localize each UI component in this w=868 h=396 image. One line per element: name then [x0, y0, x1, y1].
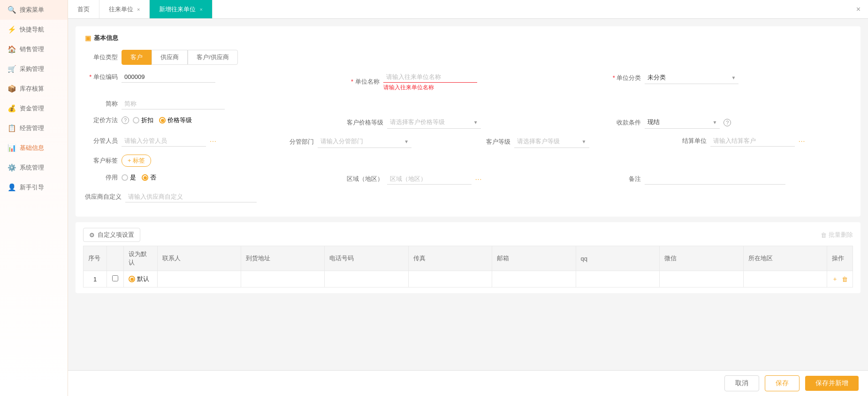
add-row-icon[interactable]: ＋	[832, 275, 838, 283]
purchase-icon: 🛒	[8, 65, 16, 73]
customer-price-level-placeholder: 请选择客户价格等级	[390, 118, 445, 126]
supplier-custom-row: 供应商自定义	[85, 191, 851, 202]
region-table-input[interactable]	[748, 276, 822, 283]
cell-contact[interactable]	[157, 271, 241, 287]
sidebar-item-sales[interactable]: 🏠 销售管理	[0, 39, 68, 59]
custom-settings-button[interactable]: ⚙ 自定义项设置	[83, 228, 140, 242]
cell-phone[interactable]	[325, 271, 408, 287]
radio-no-circle	[142, 174, 148, 181]
sidebar-item-finance[interactable]: 💰 资金管理	[0, 99, 68, 118]
unit-category-arrow: ▼	[731, 75, 736, 80]
cell-wechat[interactable]	[660, 271, 743, 287]
tag-add-button[interactable]: + 标签	[122, 155, 151, 167]
supplier-custom-input[interactable]	[125, 191, 257, 202]
manager-input[interactable]	[122, 135, 206, 147]
supplier-custom-group: 供应商自定义	[85, 191, 851, 202]
col-qq: qq	[576, 246, 660, 271]
basic-info-card: ▣ 基本信息 单位类型 客户 供应商 客户/供应商 单位编码	[76, 26, 860, 217]
tab-new-contact-close[interactable]: ×	[199, 7, 202, 12]
unit-code-input[interactable]	[122, 71, 215, 83]
window-close-button[interactable]: ×	[849, 0, 868, 18]
cell-checkbox	[107, 271, 124, 287]
col-contact: 联系人	[157, 246, 241, 271]
settlement-unit-input[interactable]	[710, 135, 795, 147]
remark-input[interactable]	[645, 173, 785, 185]
pricing-help-icon[interactable]: ?	[122, 116, 129, 124]
customer-tag-group: 客户标签 + 标签	[85, 155, 851, 167]
cancel-button[interactable]: 取消	[724, 375, 759, 391]
unit-type-both[interactable]: 客户/供应商	[188, 50, 238, 65]
unit-type-customer[interactable]: 客户	[122, 50, 152, 65]
save-add-button[interactable]: 保存并新增	[805, 376, 859, 391]
manager-dots[interactable]: ···	[210, 137, 217, 145]
contact-table: 序号 设为默认 联系人 到货地址 电话号码 传真 邮箱 qq 微信 所在地区 操…	[83, 246, 853, 287]
sidebar-label-inventory: 库存核算	[20, 85, 44, 93]
table-head: 序号 设为默认 联系人 到货地址 电话号码 传真 邮箱 qq 微信 所在地区 操…	[84, 246, 853, 271]
tab-new-contact[interactable]: 新增往来单位 ×	[150, 0, 212, 18]
radio-no[interactable]: 否	[142, 173, 156, 182]
pricing-method-group: 定价方法 ? 折扣 价格等级	[85, 116, 328, 124]
settlement-unit-group: 结算单位 ···	[674, 135, 851, 147]
department-select[interactable]: 请输入分管部门 ▼	[318, 135, 411, 148]
qq-input[interactable]	[581, 276, 655, 283]
radio-discount[interactable]: 折扣	[133, 116, 153, 124]
region-dots[interactable]: ···	[475, 175, 482, 183]
email-input[interactable]	[497, 276, 571, 283]
cell-address[interactable]	[241, 271, 324, 287]
cell-qq[interactable]	[576, 271, 660, 287]
col-region: 所在地区	[743, 246, 827, 271]
tab-home[interactable]: 首页	[68, 0, 99, 18]
fax-input[interactable]	[413, 276, 487, 283]
unit-category-select[interactable]: 未分类 ▼	[645, 71, 739, 84]
phone-input[interactable]	[329, 276, 403, 283]
delete-row-icon[interactable]: 🗑	[842, 276, 848, 283]
col-wechat: 微信	[660, 246, 743, 271]
customer-level-arrow: ▼	[582, 139, 586, 144]
manager-label: 分管人员	[85, 137, 118, 145]
address-input[interactable]	[246, 276, 320, 283]
cell-email[interactable]	[492, 271, 576, 287]
sidebar-item-quick-nav[interactable]: ⚡ 快捷导航	[0, 20, 68, 39]
customer-price-level-select[interactable]: 请选择客户价格等级 ▼	[387, 116, 481, 129]
sidebar-label-search: 搜索菜单	[20, 6, 44, 14]
payment-help-icon[interactable]: ?	[723, 119, 731, 126]
short-name-input[interactable]	[122, 98, 225, 109]
tab-contacts-close[interactable]: ×	[137, 7, 140, 12]
sidebar-label-finance: 资金管理	[20, 104, 44, 113]
unit-name-input[interactable]	[383, 71, 477, 83]
radio-default[interactable]: 默认	[129, 275, 149, 283]
batch-delete-button[interactable]: 🗑 批量删除	[821, 231, 853, 239]
sidebar-item-purchase[interactable]: 🛒 采购管理	[0, 59, 68, 79]
short-name-label: 简称	[85, 100, 118, 108]
unit-type-supplier[interactable]: 供应商	[152, 50, 188, 65]
sidebar-item-basic-info[interactable]: 📊 基础信息	[0, 138, 68, 158]
customer-level-select[interactable]: 请选择客户等级 ▼	[514, 135, 589, 148]
sidebar-item-search[interactable]: 🔍 搜索菜单	[0, 0, 68, 20]
sidebar-item-guide[interactable]: 👤 新手引导	[0, 178, 68, 197]
unit-name-error-msg: 请输入往来单位名称	[383, 84, 477, 92]
tab-contacts[interactable]: 往来单位 ×	[99, 0, 150, 18]
row-checkbox[interactable]	[112, 275, 118, 281]
content-area: ▣ 基本信息 单位类型 客户 供应商 客户/供应商 单位编码	[68, 19, 868, 370]
pricing-method-label: 定价方法	[85, 116, 118, 124]
department-group: 分管部门 请输入分管部门 ▼	[281, 135, 458, 148]
save-button[interactable]: 保存	[765, 375, 799, 391]
settlement-dots[interactable]: ···	[799, 137, 806, 145]
sidebar-item-inventory[interactable]: 📦 库存核算	[0, 79, 68, 99]
radio-price-level[interactable]: 价格等级	[159, 116, 192, 124]
sidebar-item-operations[interactable]: 📋 经营管理	[0, 118, 68, 138]
cell-region[interactable]	[743, 271, 827, 287]
region-group: 区域（地区） ···	[347, 173, 590, 185]
search-icon: 🔍	[8, 6, 16, 14]
region-input[interactable]	[387, 173, 472, 185]
sidebar: 🔍 搜索菜单 ⚡ 快捷导航 🏠 销售管理 🛒 采购管理 📦 库存核算 💰 资金管…	[0, 0, 68, 396]
department-label: 分管部门	[281, 138, 314, 146]
section-icon: ▣	[85, 34, 91, 42]
sidebar-item-system[interactable]: ⚙️ 系统管理	[0, 158, 68, 178]
wechat-input[interactable]	[664, 276, 738, 283]
radio-yes[interactable]: 是	[122, 173, 136, 182]
cell-fax[interactable]	[408, 271, 492, 287]
contact-input[interactable]	[162, 276, 236, 283]
customer-tag-row: 客户标签 + 标签	[85, 155, 851, 167]
payment-terms-select[interactable]: 现结 ▼	[645, 116, 720, 129]
